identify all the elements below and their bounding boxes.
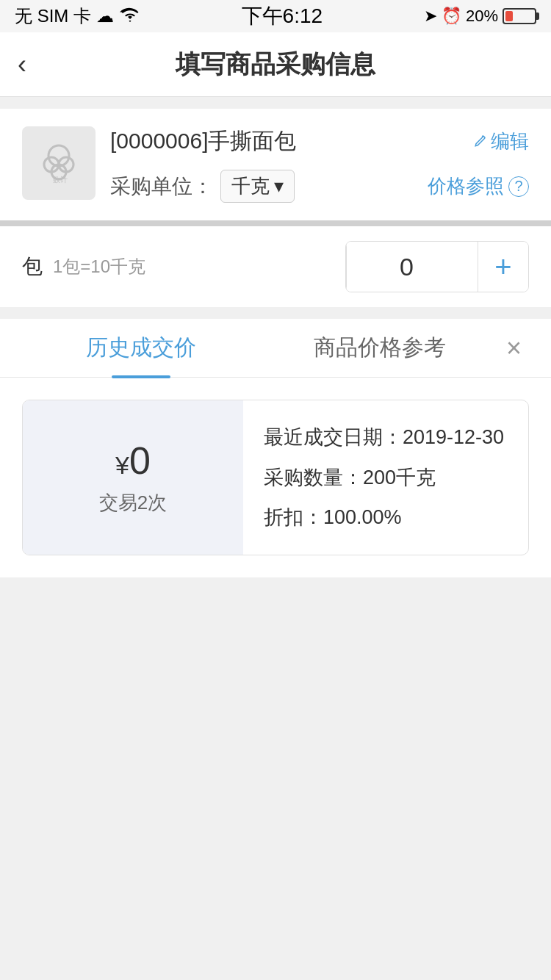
- edit-button[interactable]: 编辑: [472, 129, 529, 154]
- increment-button[interactable]: +: [478, 242, 528, 292]
- history-detail-side: 最近成交日期：2019-12-30 采购数量：200千克 折扣：100.00%: [243, 400, 528, 555]
- quantity-input[interactable]: [346, 242, 478, 292]
- alarm-icon: ⏰: [442, 7, 461, 26]
- product-unit-row: 采购单位： 千克 ▾ 价格参照 ?: [110, 170, 529, 203]
- tab-history-price[interactable]: 历史成交价: [22, 318, 260, 378]
- status-right: ➤ ⏰ 20%: [424, 7, 536, 26]
- quantity-control: +: [345, 241, 529, 292]
- battery-percent: 20%: [466, 7, 498, 26]
- price-value: 0: [129, 439, 151, 482]
- recent-date-label: 最近成交日期：: [264, 426, 403, 448]
- history-price: ¥0: [115, 439, 151, 483]
- quantity-row: 包 1包=10千克 +: [0, 226, 551, 307]
- unit-label: 采购单位：: [110, 173, 213, 201]
- purchase-qty-label: 采购数量：: [264, 466, 363, 489]
- product-header: 数计 [0000006]手撕面包 编辑 采购单位： 千克 ▾: [22, 126, 529, 203]
- product-card: 数计 [0000006]手撕面包 编辑 采购单位： 千克 ▾: [0, 109, 551, 220]
- history-price-side: ¥0 交易2次: [23, 400, 243, 555]
- sim-status: 无 SIM 卡 ☁: [15, 4, 114, 28]
- product-thumbnail: 数计: [22, 126, 96, 200]
- quantity-hint: 1包=10千克: [53, 255, 145, 278]
- currency-symbol: ¥: [115, 451, 129, 479]
- wifi-icon: [120, 6, 140, 26]
- unit-value: 千克: [231, 173, 270, 199]
- price-ref-label: 价格参照: [428, 173, 504, 199]
- tab-section: 历史成交价 商品价格参考 × ¥0 交易2次 最近成交日期：2019-12-30…: [0, 319, 551, 577]
- unit-select[interactable]: 千克 ▾: [220, 170, 295, 203]
- tab-history-label: 历史成交价: [86, 335, 196, 359]
- history-card: ¥0 交易2次 最近成交日期：2019-12-30 采购数量：200千克 折扣：…: [22, 400, 529, 555]
- product-name: [0000006]手撕面包: [110, 126, 296, 156]
- page-title: 填写商品采购信息: [176, 48, 375, 82]
- tab-price-reference[interactable]: 商品价格参考: [260, 318, 498, 378]
- status-bar: 无 SIM 卡 ☁ 下午6:12 ➤ ⏰ 20%: [0, 0, 551, 32]
- tab-reference-label: 商品价格参考: [314, 335, 446, 359]
- product-info: [0000006]手撕面包 编辑 采购单位： 千克 ▾ 价格参照 ?: [110, 126, 529, 203]
- status-left: 无 SIM 卡 ☁: [15, 4, 140, 28]
- discount-value: 100.00%: [323, 506, 402, 528]
- tab-content: ¥0 交易2次 最近成交日期：2019-12-30 采购数量：200千克 折扣：…: [0, 378, 551, 577]
- tab-close-button[interactable]: ×: [499, 325, 529, 371]
- purchase-qty-row: 采购数量：200千克: [264, 463, 508, 493]
- back-button[interactable]: ‹: [18, 49, 26, 80]
- product-name-row: [0000006]手撕面包 编辑: [110, 126, 529, 156]
- nav-bar: ‹ 填写商品采购信息: [0, 32, 551, 97]
- scroll-indicator: [0, 220, 551, 226]
- trade-count: 交易2次: [99, 490, 167, 516]
- svg-text:数计: 数计: [53, 176, 68, 184]
- discount-label: 折扣：: [264, 506, 323, 528]
- price-reference-button[interactable]: 价格参照 ?: [428, 173, 529, 199]
- discount-row: 折扣：100.00%: [264, 502, 508, 533]
- package-label: 包 1包=10千克: [22, 253, 145, 281]
- clock: 下午6:12: [242, 2, 323, 30]
- location-icon: ➤: [424, 7, 437, 26]
- purchase-qty-value: 200千克: [363, 466, 436, 489]
- chevron-down-icon: ▾: [274, 175, 284, 198]
- recent-date-row: 最近成交日期：2019-12-30: [264, 422, 508, 453]
- edit-label: 编辑: [491, 129, 529, 154]
- help-icon: ?: [508, 176, 529, 197]
- tab-header: 历史成交价 商品价格参考 ×: [0, 319, 551, 378]
- battery-icon: [503, 8, 536, 24]
- recent-date-value: 2019-12-30: [403, 426, 504, 448]
